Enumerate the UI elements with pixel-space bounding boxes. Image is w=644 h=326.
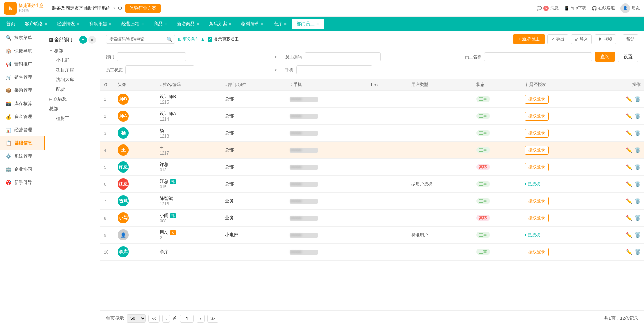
dept-node-peihuo[interactable]: 配货 — [45, 85, 100, 94]
col-settings[interactable]: ⚙ — [100, 79, 114, 91]
tab-goods[interactable]: 商品 ✕ — [149, 19, 172, 29]
edit-icon[interactable]: ✏️ — [626, 181, 632, 187]
tab-customer[interactable]: 客户联络 ✕ — [20, 19, 52, 29]
per-page-select[interactable]: 50 20 100 — [127, 314, 146, 323]
edit-icon[interactable]: ✏️ — [626, 147, 632, 153]
close-icon[interactable]: ✕ — [228, 22, 232, 26]
status-filter-select[interactable] — [125, 65, 194, 74]
delete-icon[interactable]: 🗑️ — [635, 232, 641, 238]
edit-icon[interactable]: ✏️ — [626, 249, 632, 255]
close-icon[interactable]: ✕ — [44, 22, 47, 26]
message-btn[interactable]: 💬 6 消息 — [537, 5, 559, 11]
prev-page-btn[interactable]: ‹ — [162, 315, 170, 323]
sidebar-item-sales[interactable]: 🛒 销售管理 — [0, 71, 45, 84]
search-input[interactable] — [106, 35, 175, 44]
auth-login-btn[interactable]: 授权登录 — [525, 197, 549, 205]
dept-collapse-btn[interactable]: « — [88, 36, 96, 44]
edit-icon[interactable]: ✏️ — [626, 232, 632, 238]
import-button[interactable]: ↙ 导入 — [571, 34, 592, 44]
sidebar-item-quicknav[interactable]: 🏠 快捷导航 — [0, 44, 45, 58]
close-icon[interactable]: ✕ — [76, 22, 80, 26]
settings-icon[interactable]: ⚙ — [118, 5, 123, 11]
code-filter-input[interactable] — [305, 52, 381, 61]
export-button[interactable]: ↗ 导出 — [547, 34, 568, 44]
query-button[interactable]: 查询 — [595, 52, 615, 62]
sidebar-item-search[interactable]: 🔍 搜索菜单 — [0, 31, 45, 44]
auth-login-btn[interactable]: 授权登录 — [525, 214, 549, 222]
delete-icon[interactable]: 🗑️ — [635, 113, 641, 119]
sidebar-item-finance[interactable]: 💰 资金管理 — [0, 110, 45, 123]
dept-node-shuangluxiang[interactable]: ▶双鹿想 — [45, 94, 100, 104]
edit-icon[interactable]: ✏️ — [626, 130, 632, 136]
close-icon[interactable]: ✕ — [164, 22, 167, 26]
delete-icon[interactable]: 🗑️ — [635, 215, 641, 221]
add-employee-button[interactable]: + 新增员工 — [513, 34, 545, 44]
tab-bom[interactable]: 物料清单 ✕ — [236, 19, 269, 29]
help-button[interactable]: 帮助 — [623, 34, 638, 44]
tab-profit[interactable]: 利润报告 ✕ — [84, 19, 117, 29]
delete-icon[interactable]: 🗑️ — [635, 96, 641, 102]
tab-home[interactable]: 首页 — [1, 19, 20, 29]
sidebar-item-enterprise[interactable]: 🏢 企业协同 — [0, 163, 45, 176]
page-input[interactable] — [180, 315, 194, 323]
auth-login-btn[interactable]: 授权登录 — [525, 112, 549, 121]
delete-icon[interactable]: 🗑️ — [635, 147, 641, 153]
sidebar-item-purchase[interactable]: 📦 采购管理 — [0, 84, 45, 97]
system-title-dropdown[interactable]: ▾ — [113, 6, 115, 10]
edit-icon[interactable]: ✏️ — [626, 164, 632, 170]
dept-add-btn[interactable]: + — [79, 36, 87, 44]
video-button[interactable]: ▶ 视频 — [595, 34, 616, 44]
edit-icon[interactable]: ✏️ — [626, 96, 632, 102]
set-button[interactable]: 设置 — [618, 52, 638, 62]
col-name[interactable]: ↕ 姓名/编码 — [156, 79, 221, 91]
delete-icon[interactable]: 🗑️ — [635, 181, 641, 187]
tab-history[interactable]: 经营历程 ✕ — [117, 19, 149, 29]
dept-filter-select[interactable] — [117, 52, 186, 61]
service-btn[interactable]: 🎧 在线客服 — [592, 5, 615, 11]
auth-login-btn[interactable]: 授权登录 — [525, 95, 549, 104]
dept-node-xiaodian[interactable]: 小电部 — [45, 55, 100, 65]
edit-icon[interactable]: ✏️ — [626, 198, 632, 204]
close-icon[interactable]: ✕ — [261, 22, 264, 26]
phone-filter-input[interactable] — [296, 65, 372, 74]
edit-icon[interactable]: ✏️ — [626, 215, 632, 221]
dept-node-zongbu-parent[interactable]: ▼总部 — [45, 46, 100, 55]
tab-warehouse[interactable]: 仓库 ✕ — [269, 19, 292, 29]
sidebar-item-guide[interactable]: 🎯 新手引导 — [0, 176, 45, 189]
user-btn[interactable]: 👤 用友 — [620, 3, 640, 13]
close-icon[interactable]: ✕ — [141, 22, 144, 26]
last-page-btn[interactable]: ≫ — [207, 315, 218, 323]
tab-staff[interactable]: 部门员工 ✕ — [292, 19, 324, 29]
close-icon[interactable]: ✕ — [109, 22, 112, 26]
trial-button[interactable]: 体验行业方案 — [125, 4, 161, 13]
col-phone[interactable]: ↕ 手机 — [287, 79, 368, 91]
edit-icon[interactable]: ✏️ — [626, 113, 632, 119]
dept-node-shenyang[interactable]: 沈阳大库 — [45, 75, 100, 85]
tab-new-goods[interactable]: 新增商品 ✕ — [172, 19, 204, 29]
download-btn[interactable]: 📱 App下载 — [564, 5, 586, 11]
sidebar-item-system[interactable]: ⚙️ 系统管理 — [0, 150, 45, 163]
delete-icon[interactable]: 🗑️ — [635, 198, 641, 204]
auth-login-btn[interactable]: 授权登录 — [525, 146, 549, 155]
auth-login-btn[interactable]: 授权登录 — [525, 163, 549, 171]
name-filter-input[interactable] — [484, 52, 592, 61]
close-icon[interactable]: ✕ — [196, 22, 199, 26]
more-conditions-btn[interactable]: ⊞ 更多条件 ▲ — [178, 36, 205, 42]
first-page-btn[interactable]: ≪ — [148, 315, 160, 323]
delete-icon[interactable]: 🗑️ — [635, 130, 641, 136]
show-resigned-toggle[interactable]: ✓ 显示离职员工 — [208, 36, 239, 42]
sidebar-item-operations[interactable]: 📊 经营管理 — [0, 123, 45, 136]
dept-node-zhishu[interactable]: 植树王二 — [45, 114, 100, 123]
tab-operations[interactable]: 经营情况 ✕ — [52, 19, 84, 29]
dept-node-project[interactable]: 项目库房 — [45, 65, 100, 75]
close-icon[interactable]: ✕ — [316, 22, 319, 26]
dept-node-zongbu2[interactable]: 总部 — [45, 104, 100, 114]
auth-login-btn[interactable]: 授权登录 — [525, 248, 549, 256]
auth-login-btn[interactable]: 授权登录 — [525, 129, 549, 138]
delete-icon[interactable]: 🗑️ — [635, 249, 641, 255]
sidebar-item-basic[interactable]: 📋 基础信息 — [0, 136, 45, 150]
next-page-btn[interactable]: › — [197, 315, 204, 323]
col-dept[interactable]: ↕ 部门/职位 — [221, 79, 287, 91]
tab-barcode[interactable]: 条码方案 ✕ — [204, 19, 236, 29]
close-icon[interactable]: ✕ — [284, 22, 287, 26]
